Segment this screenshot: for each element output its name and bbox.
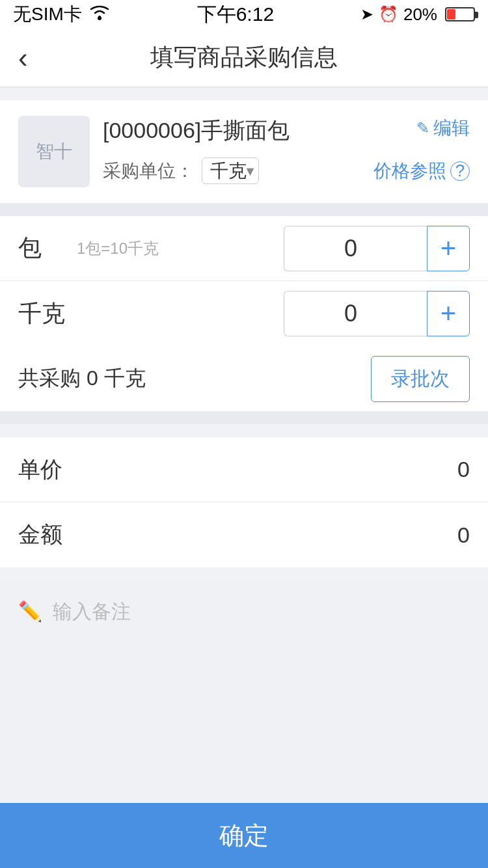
product-info: [0000006]手撕面包 采购单位： 千克 包 ▾ 价格参照 ? xyxy=(103,116,470,184)
product-unit-row: 采购单位： 千克 包 ▾ 价格参照 ? xyxy=(103,157,470,184)
product-name: [0000006]手撕面包 xyxy=(103,116,470,146)
bag-input-control: + xyxy=(284,226,470,271)
remark-placeholder: 输入备注 xyxy=(53,599,131,625)
nav-bar: ‹ 填写商品采购信息 xyxy=(0,29,488,87)
summary-text: 共采购 0 千克 xyxy=(18,364,146,393)
svg-point-0 xyxy=(98,16,102,20)
battery-icon xyxy=(445,7,475,21)
page-title: 填写商品采购信息 xyxy=(150,42,338,74)
summary-row: 共采购 0 千克 录批次 xyxy=(0,346,488,411)
confirm-button[interactable]: 确定 xyxy=(0,803,488,868)
bag-input[interactable] xyxy=(284,226,427,271)
unit-price-value: 0 xyxy=(457,457,470,482)
remark-area[interactable]: ✏️ 输入备注 xyxy=(0,580,488,802)
amount-value: 0 xyxy=(457,522,470,548)
status-left: 无SIM卡 xyxy=(13,2,111,27)
status-right: ➤ ⏰ 20% xyxy=(360,5,475,25)
bag-input-row: 包 1包=10千克 + xyxy=(0,216,488,281)
kg-input[interactable] xyxy=(284,291,427,336)
price-ref-link[interactable]: 价格参照 ? xyxy=(373,159,470,183)
bag-plus-button[interactable]: + xyxy=(427,226,470,271)
back-button[interactable]: ‹ xyxy=(18,44,28,72)
product-thumbnail: 智十 xyxy=(18,116,90,187)
edit-label: 编辑 xyxy=(433,116,470,141)
location-icon: ➤ xyxy=(360,5,373,23)
unit-select-wrapper[interactable]: 千克 包 ▾ xyxy=(202,157,259,184)
bag-label: 包 xyxy=(18,232,70,264)
status-time: 下午6:12 xyxy=(197,1,274,28)
price-info-section: 单价 0 金额 0 xyxy=(0,437,488,567)
batch-button[interactable]: 录批次 xyxy=(371,356,470,402)
kg-input-row: 千克 + xyxy=(0,281,488,346)
unit-select[interactable]: 千克 包 xyxy=(202,157,259,184)
battery-percent: 20% xyxy=(403,5,437,25)
input-section: 包 1包=10千克 + 千克 + xyxy=(0,216,488,346)
amount-label: 金额 xyxy=(18,520,62,550)
kg-input-control: + xyxy=(284,291,470,336)
kg-plus-button[interactable]: + xyxy=(427,291,470,336)
section-divider-2 xyxy=(0,411,488,424)
unit-price-label: 单价 xyxy=(18,455,62,485)
unit-price-row: 单价 0 xyxy=(0,437,488,502)
bag-sublabel: 1包=10千克 xyxy=(77,238,159,259)
carrier-text: 无SIM卡 xyxy=(13,2,82,27)
product-thumb-text: 智十 xyxy=(36,141,72,163)
amount-row: 金额 0 xyxy=(0,502,488,567)
unit-label: 采购单位： xyxy=(103,159,194,183)
price-ref-label: 价格参照 xyxy=(373,159,446,183)
pencil-icon: ✏️ xyxy=(18,600,42,623)
price-ref-icon: ? xyxy=(450,161,470,181)
wifi-icon xyxy=(88,4,111,25)
edit-button[interactable]: ✎ 编辑 xyxy=(416,116,470,141)
alarm-icon: ⏰ xyxy=(379,5,398,23)
edit-icon: ✎ xyxy=(416,119,429,137)
kg-label: 千克 xyxy=(18,298,70,330)
status-bar: 无SIM卡 下午6:12 ➤ ⏰ 20% xyxy=(0,0,488,29)
section-divider-1 xyxy=(0,203,488,216)
product-card: 智十 [0000006]手撕面包 采购单位： 千克 包 ▾ 价格参照 ? ✎ 编… xyxy=(0,100,488,203)
